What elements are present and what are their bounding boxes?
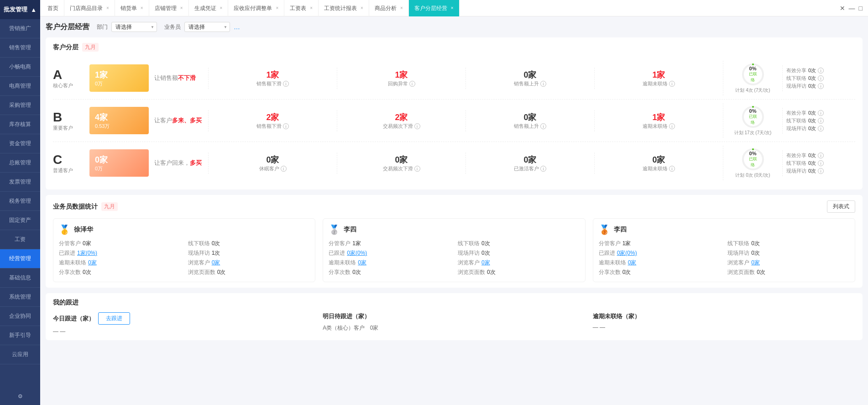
tab-item-0[interactable]: 首页 — [42, 0, 64, 16]
sidebar-toggle-icon[interactable]: ▲ — [31, 6, 37, 13]
sidebar-item-14[interactable]: 系统管理 — [0, 288, 40, 307]
minus-icon[interactable]: — — [849, 5, 855, 12]
side-info-icon-0-0[interactable]: i — [818, 68, 824, 74]
tab-item-2[interactable]: 销货单× — [115, 0, 149, 16]
salesman-label: 业务员 — [164, 23, 181, 31]
tier-label-B: B 重要客户 — [53, 110, 89, 131]
info-icon-2-2[interactable]: i — [540, 166, 546, 172]
sidebar-item-15[interactable]: 企业协同 — [0, 307, 40, 326]
sidebar-item-9[interactable]: 税务管理 — [0, 192, 40, 211]
salesman-select[interactable]: 请选择 — [184, 22, 230, 32]
info-icon-2-0[interactable]: i — [281, 166, 287, 172]
side-info-icon-0-1[interactable]: i — [818, 75, 824, 81]
info-icon-1-0[interactable]: i — [283, 123, 289, 129]
staff-stat-row-0-6: 分享次数 0次 — [59, 268, 181, 276]
info-icon-1-3[interactable]: i — [669, 123, 675, 129]
side-info-icon-1-1[interactable]: i — [818, 118, 824, 124]
side-stat-row-2-2: 现场拜访 0次 i — [786, 168, 852, 174]
side-info-icon-2-1[interactable]: i — [818, 160, 824, 166]
more-filter-btn[interactable]: … — [234, 23, 240, 31]
staff-stat-row-1-6: 分享次数 0次 — [329, 268, 450, 276]
side-stat-row-1-1: 线下联络 0次 i — [786, 117, 852, 124]
sidebar-item-8[interactable]: 发票管理 — [0, 173, 40, 192]
sidebar-item-10[interactable]: 固定资产 — [0, 211, 40, 230]
sidebar-item-13[interactable]: 基础信息 — [0, 268, 40, 288]
side-info-icon-2-0[interactable]: i — [818, 153, 824, 158]
tab-item-1[interactable]: 门店商品目录× — [64, 0, 115, 16]
sidebar-item-16[interactable]: 新手引导 — [0, 326, 40, 345]
today-followup: 今日跟进（家） 去跟进 — — — [53, 312, 315, 335]
tier-count-B: 4家 0.53万 — [89, 107, 149, 134]
sidebar-item-12[interactable]: 经营管理 — [0, 249, 40, 268]
side-stat-row-0-1: 线下联络 0次 i — [786, 75, 852, 82]
side-info-icon-1-2[interactable]: i — [818, 126, 824, 131]
dept-select[interactable]: 请选择 — [111, 22, 157, 32]
page-title: 客户分层经营 — [46, 22, 89, 32]
page-container: 客户分层经营 部门 请选择 业务员 请选择 … — [40, 16, 868, 405]
sidebar-item-3[interactable]: 电商管理 — [0, 77, 40, 96]
side-stat-row-0-2: 现场拜访 0次 i — [786, 83, 852, 89]
staff-medal-1: 🥈 — [329, 224, 340, 235]
info-icon-0-3[interactable]: i — [669, 81, 675, 87]
tab-item-3[interactable]: 店铺管理× — [149, 0, 189, 16]
side-info-icon-2-2[interactable]: i — [818, 168, 824, 174]
info-icon-0-0[interactable]: i — [283, 81, 289, 87]
sidebar-header[interactable]: 批发管理 ▲ — [0, 0, 40, 19]
info-icon-0-1[interactable]: i — [409, 81, 415, 87]
info-icon-1-1[interactable]: i — [414, 123, 420, 129]
tab-close-6[interactable]: × — [310, 0, 313, 16]
tab-item-5[interactable]: 应收应付调整单× — [228, 0, 284, 16]
tab-item-4[interactable]: 生成凭证× — [189, 0, 229, 16]
circle-cell-C: 0% 已联络 计划 0次 (0天/次) — [723, 146, 782, 180]
info-icon-2-1[interactable]: i — [414, 166, 420, 172]
sidebar-item-17[interactable]: 云应用 — [0, 345, 40, 364]
tab-close-8[interactable]: × — [400, 0, 403, 16]
tier-slogan-A: 让销售额不下滑 — [149, 74, 208, 82]
stat-cell-0-0: 1家 销售额下滑 i — [208, 68, 337, 89]
tab-close-3[interactable]: × — [180, 0, 183, 16]
tab-close-7[interactable]: × — [361, 0, 363, 16]
salesman-select-wrap: 请选择 — [184, 22, 230, 32]
tier-row-B: B 重要客户 4家 0.53万 让客户多来、多买 2家 销售额下滑 i 2家 交… — [53, 100, 855, 142]
info-icon-1-2[interactable]: i — [540, 123, 546, 129]
tab-item-8[interactable]: 商品分析× — [369, 0, 409, 16]
sidebar-settings-icon[interactable]: ⚙ — [0, 388, 40, 405]
sidebar-item-0[interactable]: 营销推广 — [0, 19, 40, 38]
staff-stat-row-1-2: 已跟进 0家(0%) — [329, 249, 450, 257]
staff-name-2: 李四 — [614, 226, 627, 234]
sidebar-item-5[interactable]: 库存核算 — [0, 115, 40, 134]
tab-close-4[interactable]: × — [220, 0, 223, 16]
list-btn[interactable]: 列表式 — [827, 200, 855, 213]
staff-stat-row-1-5: 浏览客户 0家 — [458, 259, 580, 267]
staff-stats-month: 九月 — [101, 202, 118, 211]
staff-stat-row-2-5: 浏览客户 0家 — [727, 259, 849, 267]
info-icon-0-2[interactable]: i — [540, 81, 546, 87]
close-icon[interactable]: ✕ — [840, 5, 845, 12]
stat-cell-1-3: 1家 逾期未联络 i — [594, 110, 723, 131]
sidebar-item-4[interactable]: 采购管理 — [0, 96, 40, 115]
tier-label-A: A 核心客户 — [53, 68, 89, 89]
sidebar-item-2[interactable]: 小畅电商 — [0, 58, 40, 77]
tab-bar: 首页门店商品目录×销货单×店铺管理×生成凭证×应收应付调整单×工资表×工资统计报… — [40, 0, 868, 16]
go-followup-btn[interactable]: 去跟进 — [98, 312, 130, 325]
sidebar-item-1[interactable]: 销售管理 — [0, 38, 40, 58]
customer-tier-title: 客户分层 — [53, 43, 78, 52]
sidebar-item-6[interactable]: 资金管理 — [0, 134, 40, 153]
tab-close-5[interactable]: × — [276, 0, 278, 16]
tab-item-6[interactable]: 工资表× — [284, 0, 319, 16]
staff-stats-title: 业务员数据统计 — [53, 203, 98, 211]
sidebar-item-7[interactable]: 总账管理 — [0, 153, 40, 173]
followup-title: 我的跟进 — [53, 299, 78, 307]
side-stat-row-2-1: 线下联络 0次 i — [786, 160, 852, 167]
tab-item-7[interactable]: 工资统计报表× — [319, 0, 369, 16]
side-info-icon-1-0[interactable]: i — [818, 110, 824, 116]
tab-close-1[interactable]: × — [106, 0, 109, 16]
sidebar-item-11[interactable]: 工资 — [0, 230, 40, 249]
tab-close-2[interactable]: × — [141, 0, 143, 16]
info-icon-2-3[interactable]: i — [669, 166, 675, 172]
maximize-icon[interactable]: □ — [859, 5, 863, 12]
tab-item-9[interactable]: 客户分层经营× — [409, 0, 460, 16]
staff-stat-row-2-2: 已跟进 0家(0%) — [599, 249, 721, 257]
tab-close-9[interactable]: × — [451, 0, 454, 16]
side-info-icon-0-2[interactable]: i — [818, 83, 824, 89]
